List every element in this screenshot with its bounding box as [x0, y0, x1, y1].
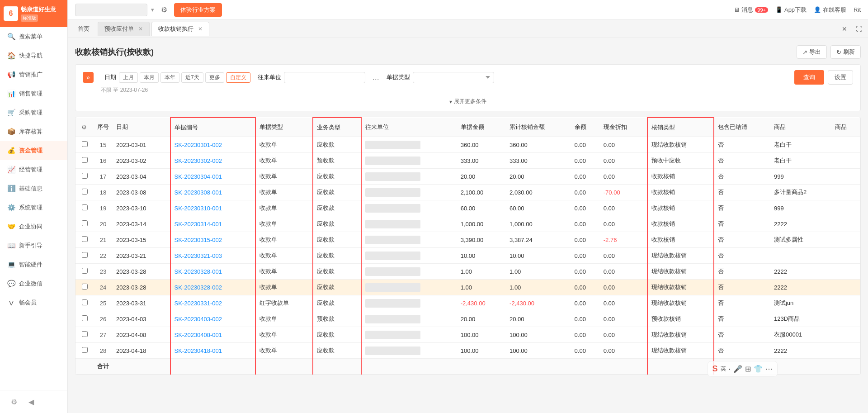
td-check[interactable] — [75, 185, 94, 200]
col-settings-icon[interactable]: ⚙ — [79, 122, 89, 132]
table-row[interactable]: 17 2023-03-04 SK-20230304-001 收款单 应收款 ██… — [75, 169, 860, 185]
td-date: 2023-03-10 — [113, 200, 170, 216]
td-balance: 0.00 — [571, 232, 600, 248]
order-no-link[interactable]: SK-20230308-001 — [175, 189, 222, 196]
tab-collection-exec-close[interactable]: ✕ — [198, 26, 203, 32]
filter-settings-button[interactable]: 设置 — [828, 70, 853, 85]
table-row[interactable]: 19 2023-03-10 SK-20230310-001 收款单 应收款 ██… — [75, 200, 860, 216]
td-check[interactable] — [75, 264, 94, 280]
table-row[interactable]: 20 2023-03-14 SK-20230314-001 收款单 应收款 ██… — [75, 216, 860, 232]
td-check[interactable] — [75, 327, 94, 343]
more-btn[interactable]: 更多 — [205, 72, 224, 83]
table-row[interactable]: 16 2023-03-02 SK-20230302-002 收款单 预收款 ██… — [75, 153, 860, 169]
td-cash-discount: 0.00 — [600, 248, 647, 264]
sidebar-item-8[interactable]: ℹ️基础信息 — [0, 179, 67, 198]
td-check[interactable] — [75, 153, 94, 169]
td-amount: 20.00 — [457, 169, 506, 185]
order-no-link[interactable]: SK-20230315-002 — [175, 237, 222, 243]
table-row[interactable]: 18 2023-03-08 SK-20230308-001 收款单 应收款 ██… — [75, 185, 860, 200]
sidebar-item-2[interactable]: 📢营销推广 — [0, 65, 67, 84]
settings-icon[interactable]: ⚙ — [7, 395, 21, 408]
last-7-days-btn[interactable]: 近7天 — [181, 72, 203, 83]
table-row[interactable]: 24 2023-03-28 SK-20230328-002 收款单 应收款 ██… — [75, 280, 860, 295]
td-cancel-amount: 20.00 — [506, 311, 571, 327]
app-download-button[interactable]: 📱 App下载 — [775, 6, 807, 14]
order-no-link[interactable]: SK-20230310-001 — [175, 205, 222, 212]
table-row[interactable]: 25 2023-03-31 SK-20230331-002 红字收款单 应收款 … — [75, 295, 860, 311]
export-button[interactable]: ↗ 导出 — [797, 45, 827, 59]
order-no-link[interactable]: SK-20230301-002 — [175, 142, 222, 148]
sidebar-item-10[interactable]: 🤝企业协同 — [0, 217, 67, 236]
td-check[interactable] — [75, 280, 94, 295]
order-no-link[interactable]: SK-20230328-001 — [175, 268, 222, 275]
td-check[interactable] — [75, 137, 94, 153]
td-order-no: SK-20230310-001 — [170, 200, 256, 216]
order-no-link[interactable]: SK-20230321-003 — [175, 252, 222, 259]
table-row[interactable]: 22 2023-03-21 SK-20230321-003 收款单 应收款 ██… — [75, 248, 860, 264]
td-check[interactable] — [75, 295, 94, 311]
order-no-link[interactable]: SK-20230408-001 — [175, 332, 222, 338]
td-check[interactable] — [75, 169, 94, 185]
sidebar-item-11[interactable]: 📖新手引导 — [0, 236, 67, 255]
order-no-link[interactable]: SK-20230304-001 — [175, 173, 222, 180]
dropdown-arrow[interactable]: ▾ — [151, 6, 154, 13]
sidebar-item-3[interactable]: 📊销售管理 — [0, 84, 67, 103]
table-row[interactable]: 23 2023-03-28 SK-20230328-001 收款单 应收款 ██… — [75, 264, 860, 280]
tab-pre-payment-close[interactable]: ✕ — [138, 26, 143, 32]
sidebar-item-9[interactable]: ⚙️系统管理 — [0, 198, 67, 217]
order-no-link[interactable]: SK-20230418-001 — [175, 347, 222, 354]
table-row[interactable]: 15 2023-03-01 SK-20230301-002 收款单 应收款 ██… — [75, 137, 860, 153]
company-selector[interactable] — [75, 4, 147, 16]
collapse-icon[interactable]: ◀ — [24, 395, 38, 408]
sidebar-item-6[interactable]: 💰资金管理 — [0, 141, 67, 160]
sidebar-item-0[interactable]: 🔍搜索菜单 — [0, 27, 67, 46]
counterpart-input[interactable] — [284, 72, 365, 83]
sidebar-item-12[interactable]: 💻智能硬件 — [0, 255, 67, 274]
receipt-type-select[interactable] — [413, 72, 494, 83]
sidebar-item-5[interactable]: 📦库存核算 — [0, 122, 67, 141]
sidebar-item-4[interactable]: 🛒采购管理 — [0, 103, 67, 122]
user-name[interactable]: Rit — [854, 6, 861, 13]
tab-collection-exec[interactable]: 收款核销执行 ✕ — [151, 22, 209, 36]
tab-maximize-icon[interactable]: ⛶ — [854, 24, 864, 34]
messages-button[interactable]: 🖥 消息 99+ — [734, 6, 768, 14]
td-check[interactable] — [75, 232, 94, 248]
custom-btn[interactable]: 自定义 — [226, 72, 250, 83]
sidebar-item-13[interactable]: 💬企业微信 — [0, 274, 67, 293]
td-counterpart: ████████ — [361, 264, 457, 280]
topbar-gear-icon[interactable]: ⚙ — [158, 4, 170, 16]
table-row[interactable]: 26 2023-04-03 SK-20230403-002 收款单 预收款 ██… — [75, 311, 860, 327]
online-service-button[interactable]: 👤 在线客服 — [814, 6, 846, 14]
sidebar-item-1[interactable]: 🏠快捷导航 — [0, 46, 67, 65]
td-check[interactable] — [75, 200, 94, 216]
order-no-link[interactable]: SK-20230302-002 — [175, 157, 222, 164]
table-row[interactable]: 21 2023-03-15 SK-20230315-002 收款单 应收款 ██… — [75, 232, 860, 248]
order-no-link[interactable]: SK-20230314-001 — [175, 221, 222, 228]
order-no-link[interactable]: SK-20230331-002 — [175, 300, 222, 307]
counterpart-masked: ████████ — [365, 220, 420, 228]
filter-expand-button[interactable]: » — [83, 72, 94, 83]
refresh-button[interactable]: ↻ 刷新 — [830, 45, 861, 59]
this-year-btn[interactable]: 本年 — [160, 72, 179, 83]
order-no-link[interactable]: SK-20230403-002 — [175, 316, 222, 323]
td-check[interactable] — [75, 216, 94, 232]
table-row[interactable]: 28 2023-04-18 SK-20230418-001 收款单 应收款 ██… — [75, 343, 860, 359]
order-no-link[interactable]: SK-20230328-002 — [175, 284, 222, 291]
table-row[interactable]: 27 2023-04-08 SK-20230408-001 收款单 应收款 ██… — [75, 327, 860, 343]
query-button[interactable]: 查询 — [794, 70, 824, 85]
td-check[interactable] — [75, 311, 94, 327]
td-product2 — [831, 311, 860, 327]
this-month-btn[interactable]: 本月 — [140, 72, 159, 83]
sidebar-item-14[interactable]: V畅会员 — [0, 293, 67, 312]
tab-home[interactable]: 首页 — [71, 22, 96, 36]
tab-close-icon[interactable]: ✕ — [839, 24, 850, 34]
td-check[interactable] — [75, 248, 94, 264]
last-month-btn[interactable]: 上月 — [119, 72, 138, 83]
tab-pre-payment[interactable]: 预收应付单 ✕ — [98, 22, 150, 36]
counterpart-masked: ████████ — [365, 188, 420, 197]
expand-more-button[interactable]: ▾ 展开更多条件 — [449, 98, 486, 105]
th-settings[interactable]: ⚙ — [75, 118, 94, 137]
sidebar-item-7[interactable]: 📈经营管理 — [0, 160, 67, 179]
industry-solution-button[interactable]: 体验行业方案 — [174, 3, 222, 17]
td-check[interactable] — [75, 343, 94, 359]
